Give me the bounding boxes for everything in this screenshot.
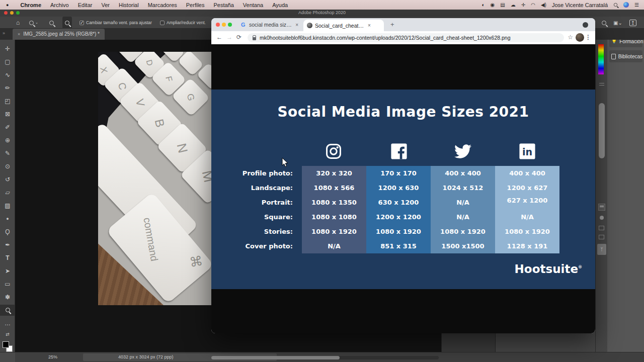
canvas-horizontal-scrollbar[interactable] bbox=[211, 356, 439, 359]
tab-google-search[interactable]: G social media sizes 2021 - Búsq × bbox=[237, 18, 302, 31]
tab-close-icon[interactable]: × bbox=[295, 22, 298, 28]
clone-stamp-tool-icon[interactable]: ⊙ bbox=[0, 161, 15, 172]
back-button[interactable]: ← bbox=[216, 34, 222, 41]
siri-icon[interactable] bbox=[623, 2, 629, 8]
home-icon[interactable]: ⌂ bbox=[16, 17, 20, 29]
status-app-icon[interactable]: ◐ bbox=[482, 2, 485, 8]
reload-button[interactable]: ⟳ bbox=[236, 34, 242, 41]
ps-right-panel: 💡 Formación Bibliotecas bbox=[607, 29, 644, 362]
share-icon[interactable]: ↥ bbox=[629, 20, 636, 26]
menu-ver[interactable]: Ver bbox=[97, 2, 114, 8]
menu-editar[interactable]: Editar bbox=[73, 2, 97, 8]
volume-icon[interactable]: ◀) bbox=[541, 2, 546, 8]
gradient-tool-icon[interactable]: ▨ bbox=[0, 200, 15, 211]
size-cell: 400 x 400 bbox=[495, 166, 559, 180]
scrollbar-thumb[interactable] bbox=[211, 356, 340, 359]
zoom-level-field[interactable]: 25% bbox=[48, 354, 57, 359]
menu-ventana[interactable]: Ventana bbox=[238, 2, 268, 8]
frame-tool-icon[interactable]: ⊠ bbox=[0, 109, 15, 120]
chrome-menu-icon[interactable]: ⋮ bbox=[585, 34, 591, 41]
shape-tool-icon[interactable]: ▭ bbox=[0, 279, 15, 290]
chrome-close-button[interactable] bbox=[216, 23, 220, 27]
ps-document-tab[interactable]: ×IMG_2585.jpeg al 25% (RGB/8*) * bbox=[13, 29, 105, 40]
doc-tab-close-icon[interactable]: × bbox=[18, 32, 20, 37]
hand-tool-icon[interactable]: ✽ bbox=[0, 292, 15, 303]
instagram-icon bbox=[325, 143, 342, 160]
foreground-color-swatch[interactable] bbox=[3, 341, 9, 348]
dodge-tool-icon[interactable]: Ϙ bbox=[0, 226, 15, 237]
wifi-icon[interactable]: ◠ bbox=[531, 2, 535, 8]
apple-menu-icon[interactable]: ● bbox=[6, 3, 9, 8]
swap-colors-icon[interactable]: ⇄ bbox=[0, 329, 15, 340]
camera-status-icon[interactable]: ◉ bbox=[491, 2, 495, 8]
open-image-keyboard-photo[interactable]: S D F G X C V B N M ⌘ command bbox=[98, 52, 214, 305]
row-label: Stories: bbox=[211, 224, 295, 239]
lasso-tool-icon[interactable]: ∿ bbox=[0, 69, 15, 80]
menu-historial[interactable]: Historial bbox=[114, 2, 143, 8]
fit-window-checkbox[interactable]: Cambiar tamaño vent. para ajustar bbox=[79, 17, 152, 29]
layer-visibility-dot[interactable] bbox=[600, 216, 604, 220]
marquee-tool-icon[interactable]: ▢ bbox=[0, 56, 15, 67]
zoom-in-button[interactable] bbox=[49, 17, 54, 29]
menu-user-name[interactable]: Jose Vicente Carratalá bbox=[552, 2, 608, 8]
workspace-switcher-icon[interactable]: ▣⌄ bbox=[613, 20, 622, 26]
browser-viewport[interactable]: Social Media Image Sizes 2021 in bbox=[211, 44, 595, 333]
quick-selection-tool-icon[interactable]: ✏ bbox=[0, 82, 15, 94]
tab-close-icon[interactable]: × bbox=[368, 23, 371, 28]
panel-menu-box[interactable] bbox=[598, 204, 605, 211]
url-text[interactable]: mk0hootsuiteblof6bud.kinstacdn.com/wp-co… bbox=[260, 35, 511, 41]
brush-tool-icon[interactable]: ✎ bbox=[0, 148, 15, 159]
healing-brush-tool-icon[interactable]: ⊕ bbox=[0, 135, 15, 146]
lock-option-box[interactable] bbox=[599, 226, 604, 230]
tab-strip-media-icon[interactable] bbox=[583, 22, 588, 28]
new-tab-button[interactable]: + bbox=[390, 21, 394, 28]
toolbar-ellipsis-icon[interactable]: … bbox=[0, 318, 15, 329]
profile-avatar[interactable] bbox=[576, 33, 584, 42]
spotlight-search-icon[interactable] bbox=[614, 3, 617, 7]
ps-zoom-button[interactable] bbox=[16, 11, 20, 15]
eyedropper-tool-icon[interactable]: ✐ bbox=[0, 122, 15, 133]
zoom-tool-icon[interactable] bbox=[0, 305, 15, 316]
brush-preset-thumb[interactable]: ᛉ bbox=[597, 244, 606, 255]
color-panel-spectrum[interactable] bbox=[598, 44, 604, 74]
resize-windows-checkbox[interactable]: Ampliar/reducir vent. bbox=[160, 17, 206, 29]
panel-grip[interactable] bbox=[599, 83, 604, 85]
photoshop-title-bar: Adobe Photoshop 2020 bbox=[0, 10, 644, 17]
panel-tab-bibliotecas[interactable]: Bibliotecas bbox=[609, 50, 642, 62]
https-lock-icon[interactable] bbox=[253, 37, 256, 40]
zoom-out-button[interactable] bbox=[62, 17, 72, 29]
menu-marcadores[interactable]: Marcadores bbox=[143, 2, 182, 8]
move-status-icon[interactable]: ✛ bbox=[521, 2, 525, 8]
menu-archivo[interactable]: Archivo bbox=[46, 2, 73, 8]
creative-cloud-icon[interactable]: ☁ bbox=[511, 2, 516, 8]
control-center-icon[interactable]: ☰ bbox=[634, 2, 639, 8]
type-tool-icon[interactable]: T bbox=[0, 252, 15, 263]
zoom-tool-badge[interactable]: ⌄ bbox=[29, 17, 38, 29]
history-brush-tool-icon[interactable]: ↺ bbox=[0, 174, 15, 185]
lock-option-box[interactable] bbox=[599, 235, 604, 239]
path-selection-tool-icon[interactable]: ➤ bbox=[0, 265, 15, 277]
dock-collapse-icon[interactable]: » bbox=[3, 31, 5, 36]
pen-tool-icon[interactable]: ✒ bbox=[0, 239, 15, 250]
tab-cheat-sheet-image[interactable]: Social_card_cheat-sheet_1200 × bbox=[303, 20, 384, 31]
blur-tool-icon[interactable]: ● bbox=[0, 213, 15, 224]
printer-status-icon[interactable]: ▤ bbox=[500, 2, 505, 8]
eraser-tool-icon[interactable]: ▱ bbox=[0, 187, 15, 198]
ps-search-icon[interactable] bbox=[602, 21, 606, 25]
chrome-toolbar: ← → ⟳ mk0hootsuiteblof6bud.kinstacdn.com… bbox=[211, 31, 595, 44]
address-bar[interactable]: mk0hootsuiteblof6bud.kinstacdn.com/wp-co… bbox=[248, 33, 564, 42]
menu-perfiles[interactable]: Perfiles bbox=[182, 2, 209, 8]
ps-minimize-button[interactable] bbox=[10, 11, 14, 15]
ps-collapsed-panel-dock: « ᛉ bbox=[595, 29, 607, 362]
menu-app-name[interactable]: Chrome bbox=[16, 2, 46, 8]
chrome-minimize-button[interactable] bbox=[222, 23, 226, 27]
crop-tool-icon[interactable]: ◰ bbox=[0, 96, 15, 107]
chrome-fullscreen-button[interactable] bbox=[228, 23, 232, 27]
move-tool-icon[interactable]: ✛ bbox=[0, 43, 15, 54]
bookmark-star-icon[interactable]: ☆ bbox=[568, 34, 573, 41]
forward-button[interactable]: → bbox=[226, 34, 232, 41]
menu-pestana[interactable]: Pestaña bbox=[209, 2, 238, 8]
collapsed-panel-strip[interactable] bbox=[599, 103, 605, 158]
ps-close-button[interactable] bbox=[4, 11, 8, 15]
menu-ayuda[interactable]: Ayuda bbox=[268, 2, 292, 8]
